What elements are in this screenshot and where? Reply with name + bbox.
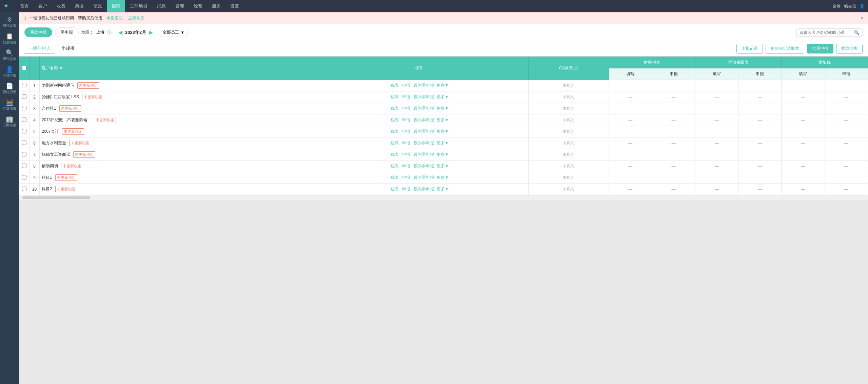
op-report[interactable]: 申报 (402, 83, 410, 88)
status-badge[interactable]: 未更新税定 (62, 128, 84, 135)
nav-tax[interactable]: 报税 (107, 0, 125, 12)
op-report[interactable]: 申报 (402, 129, 410, 134)
nav-client[interactable]: 客户 (34, 0, 52, 12)
banner-buy-link[interactable]: 立即购买 (128, 15, 144, 21)
nav-settings[interactable]: 设置 (225, 0, 244, 12)
banner-report-link[interactable]: 申报汇总 (106, 15, 123, 21)
op-tax-table[interactable]: 税表 (391, 83, 399, 88)
op-set-zero[interactable]: 设为零申报 (414, 175, 434, 180)
op-tax-table[interactable]: 税表 (391, 129, 399, 134)
op-set-zero[interactable]: 设为零申报 (414, 117, 434, 123)
row-checkbox[interactable] (22, 106, 26, 110)
row-checkbox[interactable] (22, 141, 26, 145)
nav-service[interactable]: 服务 (207, 0, 225, 12)
status-badge[interactable]: 未更新税定 (94, 117, 116, 123)
op-set-zero[interactable]: 设为零申报 (414, 83, 434, 88)
nav-msg[interactable]: 消息 (152, 0, 171, 12)
op-more[interactable]: 更多▼ (437, 106, 449, 111)
status-badge[interactable]: 未更新税定 (69, 140, 91, 146)
report-records-btn[interactable]: 申报记录 (736, 44, 763, 54)
search-button[interactable]: 🔍 (854, 30, 860, 35)
row-checkbox[interactable] (22, 152, 26, 156)
op-more[interactable]: 更多▼ (437, 175, 449, 180)
op-more[interactable]: 更多▼ (437, 83, 449, 88)
row-checkbox[interactable] (22, 164, 26, 168)
op-report[interactable]: 申报 (402, 106, 410, 111)
date-prev-btn[interactable]: ◀ (117, 29, 124, 36)
nav-manage[interactable]: 管理 (171, 0, 189, 12)
sidebar-item-tax-settings[interactable]: ⚙ 报税设置 (0, 14, 19, 30)
region-info-icon[interactable]: ⓘ (107, 29, 112, 36)
op-report[interactable]: 申报 (402, 94, 410, 100)
op-report[interactable]: 申报 (402, 152, 410, 157)
op-set-zero[interactable]: 设为零申报 (414, 140, 434, 146)
op-tax-table[interactable]: 税表 (391, 163, 399, 169)
employee-select[interactable]: 全部员工 ▼ (160, 28, 188, 37)
op-set-zero[interactable]: 设为零申报 (414, 152, 434, 157)
nav-home[interactable]: 首页 (15, 0, 34, 12)
op-tax-table[interactable]: 税表 (391, 152, 399, 157)
collect-receipt-btn[interactable]: 收取回执 (836, 44, 863, 54)
op-report[interactable]: 申报 (402, 175, 410, 180)
date-next-btn[interactable]: ▶ (147, 29, 154, 36)
op-report[interactable]: 申报 (402, 186, 410, 192)
op-tax-table[interactable]: 税表 (391, 186, 399, 192)
nav-operate[interactable]: 经营 (189, 0, 207, 12)
status-badge[interactable]: 未更新税定 (55, 174, 77, 181)
op-more[interactable]: 更多▼ (437, 152, 449, 157)
sidebar-item-personal-tax[interactable]: 👤 个税申报 (0, 64, 19, 80)
banner-close-btn[interactable]: × (861, 15, 864, 21)
vip-btn[interactable]: 畅会员 (844, 3, 856, 9)
nav-bookkeeping[interactable]: 记账 (88, 0, 107, 12)
user-avatar[interactable]: 👤 (860, 4, 865, 8)
sidebar-item-tax-records[interactable]: 📄 报税记录 (0, 80, 19, 97)
tab-tax-declare[interactable]: 税款申报 (24, 27, 52, 37)
op-set-zero[interactable]: 设为零申报 (414, 129, 434, 134)
row-checkbox[interactable] (22, 175, 26, 179)
op-report[interactable]: 申报 (402, 163, 410, 169)
row-checkbox[interactable] (22, 187, 26, 191)
search-input[interactable] (800, 30, 854, 35)
scrollbar-thumb[interactable] (22, 196, 90, 199)
op-set-zero[interactable]: 设为零申报 (414, 163, 434, 169)
op-more[interactable]: 更多▼ (437, 140, 449, 146)
op-set-zero[interactable]: 设为零申报 (414, 186, 434, 192)
sidebar-item-biz-annual[interactable]: 🏢 工商年报 (0, 113, 19, 130)
status-badge[interactable]: 未更新税定 (77, 82, 99, 89)
op-more[interactable]: 更多▼ (437, 129, 449, 134)
row-checkbox[interactable] (22, 129, 26, 133)
status-badge[interactable]: 未更新税定 (73, 151, 95, 158)
nav-fee[interactable]: 收费 (52, 0, 70, 12)
op-more[interactable]: 更多▼ (437, 163, 449, 169)
status-badge[interactable]: 未更新税定 (59, 105, 81, 112)
tab-zero-declare[interactable]: 零申报 (55, 27, 79, 37)
sidebar-item-batch-tax[interactable]: 📋 批量报税 (0, 30, 19, 47)
status-badge[interactable]: 未更新税定 (61, 163, 83, 169)
sidebar-item-calc-clear[interactable]: 🧮 汇算清缴 (0, 97, 19, 113)
update-tax-btn[interactable]: 更新税定及取数 (766, 44, 804, 54)
op-more[interactable]: 更多▼ (437, 186, 449, 192)
op-tax-table[interactable]: 税表 (391, 106, 399, 111)
select-all-checkbox[interactable] (22, 66, 26, 70)
row-checkbox[interactable] (22, 118, 26, 122)
op-set-zero[interactable]: 设为零申报 (414, 106, 434, 111)
op-set-zero[interactable]: 设为零申报 (414, 94, 434, 100)
op-tax-table[interactable]: 税表 (391, 117, 399, 123)
status-badge[interactable]: 未更新税定 (82, 94, 104, 100)
fullscreen-btn[interactable]: 全屏 (832, 3, 841, 9)
horizontal-scrollbar[interactable] (19, 195, 868, 200)
op-tax-table[interactable]: 税表 (391, 175, 399, 180)
taxpayer-tab-general[interactable]: 一般的税人 (24, 44, 55, 54)
op-tax-table[interactable]: 税表 (391, 94, 399, 100)
op-report[interactable]: 申报 (402, 117, 410, 123)
row-checkbox[interactable] (22, 83, 26, 87)
op-tax-table[interactable]: 税表 (391, 140, 399, 146)
nav-ticket[interactable]: 票据 (70, 0, 88, 12)
op-more[interactable]: 更多▼ (437, 94, 449, 100)
row-checkbox[interactable] (22, 94, 26, 99)
sidebar-item-tax-overview[interactable]: 🔍 报税总览 (0, 47, 19, 64)
status-badge[interactable]: 未更新税定 (55, 186, 77, 192)
batch-report-btn[interactable]: 批量申报 (807, 44, 833, 54)
nav-biz[interactable]: 工商项目 (125, 0, 152, 12)
op-report[interactable]: 申报 (402, 140, 410, 146)
